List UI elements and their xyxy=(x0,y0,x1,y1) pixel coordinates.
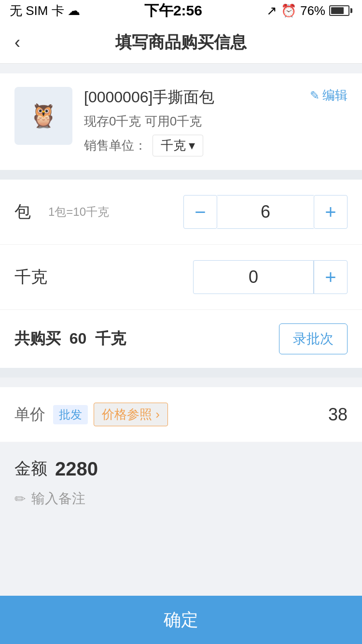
kg-label: 千克 xyxy=(14,266,47,288)
status-left: 无 SIM 卡 ☁ xyxy=(10,2,80,19)
status-bar: 无 SIM 卡 ☁ 下午2:56 ↗ ⏰ 76% xyxy=(0,0,362,21)
price-label: 单价 xyxy=(14,404,45,425)
product-info: [0000006]手撕面包 现存0千克 可用0千克 销售单位： 千克 ▾ xyxy=(84,87,348,156)
kg-plus-button[interactable]: + xyxy=(314,260,348,294)
amount-value: 2280 xyxy=(55,458,98,480)
kg-control: + xyxy=(193,260,348,294)
total-amount: 60 xyxy=(70,330,87,347)
bottom-spacer xyxy=(0,518,362,575)
package-input[interactable] xyxy=(217,195,314,229)
page-title: 填写商品购买信息 xyxy=(115,31,247,54)
package-control: − + xyxy=(183,195,348,229)
package-label: 包 xyxy=(14,201,43,223)
package-minus-button[interactable]: − xyxy=(183,195,217,229)
package-plus-button[interactable]: + xyxy=(314,195,348,229)
product-unit-row: 销售单位： 千克 ▾ xyxy=(84,135,348,156)
kg-row: 千克 + xyxy=(0,245,362,310)
price-section: 单价 批发 价格参照 › 38 xyxy=(0,387,362,442)
pencil-icon: ✏ xyxy=(14,491,26,507)
remark-placeholder: 输入备注 xyxy=(31,490,85,508)
unit-label: 销售单位： xyxy=(84,137,147,154)
status-time: 下午2:56 xyxy=(144,1,202,21)
section-divider-2 xyxy=(0,368,362,378)
total-prefix: 共购买 xyxy=(14,330,61,347)
unit-value: 千克 xyxy=(161,137,186,154)
package-hint: 1包=10千克 xyxy=(48,204,183,220)
sim-label: 无 SIM 卡 ☁ xyxy=(10,2,80,19)
product-name: [0000006]手撕面包 xyxy=(84,87,348,108)
product-logo: 🦉 xyxy=(29,102,58,129)
unit-selector[interactable]: 千克 ▾ xyxy=(153,135,203,156)
package-row: 包 1包=10千克 − + xyxy=(0,180,362,245)
back-button[interactable]: ‹ xyxy=(10,28,25,57)
edit-label: 编辑 xyxy=(322,87,348,104)
battery-icon xyxy=(329,5,352,16)
section-divider-1 xyxy=(0,170,362,180)
batch-button[interactable]: 录批次 xyxy=(279,323,348,354)
confirm-button[interactable]: 确定 xyxy=(0,596,362,644)
product-card: 🦉 [0000006]手撕面包 现存0千克 可用0千克 销售单位： 千克 ▾ ✎… xyxy=(0,73,362,170)
price-tag: 批发 xyxy=(53,405,88,424)
remark-row[interactable]: ✏ 输入备注 xyxy=(14,490,348,508)
signal-icon: ↗ xyxy=(266,3,277,18)
kg-input[interactable] xyxy=(193,260,314,294)
input-section: 包 1包=10千克 − + 千克 + 共购买 60 千克 录批次 xyxy=(0,180,362,368)
status-right: ↗ ⏰ 76% xyxy=(266,3,352,18)
price-ref-button[interactable]: 价格参照 › xyxy=(94,403,168,426)
product-stock: 现存0千克 可用0千克 xyxy=(84,113,348,130)
edit-button[interactable]: ✎ 编辑 xyxy=(310,87,348,104)
total-text: 共购买 60 千克 xyxy=(14,328,126,350)
amount-row: 金额 2280 xyxy=(14,458,348,480)
amount-section: 金额 2280 ✏ 输入备注 xyxy=(0,442,362,518)
total-unit: 千克 xyxy=(95,330,126,347)
price-value: 38 xyxy=(328,405,348,425)
price-row: 单价 批发 价格参照 › 38 xyxy=(0,387,362,442)
total-row: 共购买 60 千克 录批次 xyxy=(0,310,362,368)
alarm-icon: ⏰ xyxy=(281,3,296,18)
product-image: 🦉 xyxy=(14,87,72,145)
amount-label: 金额 xyxy=(14,458,47,480)
nav-bar: ‹ 填写商品购买信息 xyxy=(0,21,362,64)
edit-icon: ✎ xyxy=(310,89,320,102)
unit-chevron-icon: ▾ xyxy=(189,138,195,153)
battery-percent: 76% xyxy=(300,3,325,18)
